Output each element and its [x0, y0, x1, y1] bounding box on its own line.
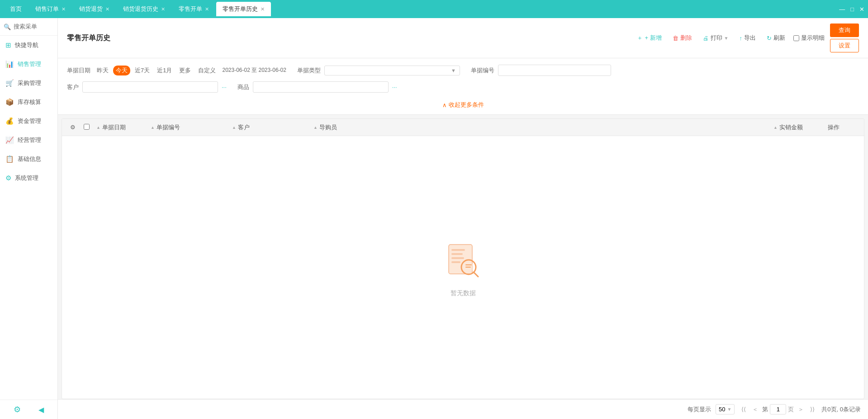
type-filter-select[interactable]: ▼ [324, 66, 460, 75]
tab-sales-return-history[interactable]: 销货退货历史 ✕ [117, 2, 171, 16]
window-close-btn[interactable]: ✕ [859, 6, 864, 13]
tab-retail-open[interactable]: 零售开单 ✕ [172, 2, 215, 16]
page-nav: ⟨⟨ ＜ 第 页 ＞ ⟩⟩ [739, 404, 817, 414]
sidebar-item-basic-info-label: 基础信息 [18, 155, 41, 163]
total-info: 共0页, 0条记录 [821, 405, 861, 414]
th-num[interactable]: ▲ 单据编号 [147, 123, 228, 132]
shortcut-last7[interactable]: 近7天 [132, 66, 152, 75]
display-detail-label: 显示明细 [801, 34, 825, 42]
tab-sales-return-close[interactable]: ✕ [105, 6, 109, 12]
filter-area: 单据日期 昨天 今天 近7天 近1月 更多 自定义 2023-06-02 至 2… [58, 58, 868, 115]
product-filter-input[interactable] [253, 81, 389, 93]
type-filter-group: 单据类型 ▼ [297, 66, 460, 75]
sidebar-item-inventory[interactable]: 📦 库存核算 [0, 93, 57, 112]
refresh-icon: ↻ [767, 35, 772, 42]
sidebar-item-operation-label: 经营管理 [18, 136, 41, 144]
table-select-all-checkbox[interactable] [80, 124, 93, 131]
next-page-btn[interactable]: ＞ [796, 405, 806, 414]
table-header: ⚙ ▲ 单据日期 ▲ 单据编号 ▲ 客户 ▲ 导购员 [62, 119, 864, 136]
select-all-input[interactable] [84, 124, 90, 130]
th-actions-label: 操作 [828, 123, 840, 132]
collapse-label: 收起更多条件 [449, 101, 484, 109]
sidebar-item-system[interactable]: ⚙ 系统管理 [0, 169, 57, 188]
shortcut-yesterday[interactable]: 昨天 [94, 66, 111, 75]
tab-home[interactable]: 首页 [4, 2, 28, 16]
delete-button[interactable]: 🗑 删除 [670, 32, 695, 44]
display-detail-input[interactable] [793, 35, 799, 41]
current-page-input[interactable] [770, 404, 786, 414]
type-select-arrow-icon: ▼ [451, 68, 456, 73]
sidebar-item-inventory-label: 库存核算 [18, 98, 41, 106]
tab-retail-open-close[interactable]: ✕ [205, 6, 209, 12]
system-icon: ⚙ [5, 174, 11, 182]
tab-retail-open-history-close[interactable]: ✕ [261, 6, 265, 12]
tab-sales-return-label: 销货退货 [79, 5, 103, 13]
svg-rect-1 [451, 249, 465, 251]
basic-info-icon: 📋 [5, 155, 14, 163]
tab-retail-open-history[interactable]: 零售开单历史 ✕ [216, 2, 271, 16]
add-label: + 新增 [645, 34, 661, 42]
date-shortcuts: 昨天 今天 近7天 近1月 更多 自定义 [94, 66, 218, 75]
customer-dots[interactable]: ··· [222, 84, 227, 90]
product-dots[interactable]: ··· [392, 84, 397, 90]
date-range-display: 2023-06-02 至 2023-06-02 [222, 66, 286, 74]
num-filter-input[interactable] [498, 65, 611, 76]
first-page-btn[interactable]: ⟨⟨ [739, 405, 748, 414]
th-date-label: 单据日期 [102, 123, 126, 132]
sidebar-item-sales-mgmt[interactable]: 📊 销售管理 [0, 55, 57, 74]
pagination-bar: 每页显示 50 ▼ ⟨⟨ ＜ 第 页 ＞ ⟩⟩ 共0页, 0条记录 [58, 399, 868, 419]
window-minimize-btn[interactable]: — [839, 6, 845, 13]
sort-num-icon: ▲ [151, 125, 155, 130]
main-layout: 🔍 搜索采单 ⊞ 快捷导航 📊 销售管理 🛒 采购管理 📦 库存核算 💰 资金管… [0, 18, 868, 419]
last-page-btn[interactable]: ⟩⟩ [808, 405, 817, 414]
query-button[interactable]: 查询 [830, 24, 859, 37]
collapse-more-btn[interactable]: ∧ 收起更多条件 [67, 98, 859, 112]
add-icon: ＋ [637, 34, 643, 42]
delete-icon: 🗑 [673, 35, 678, 42]
th-amount[interactable]: ▲ 实销金额 [770, 123, 824, 132]
tab-sales-return-history-close[interactable]: ✕ [161, 6, 165, 12]
add-button[interactable]: ＋ + 新增 [634, 32, 664, 44]
th-actions: 操作 [824, 123, 860, 132]
sort-amount-icon: ▲ [773, 125, 778, 130]
page-size-arrow-icon: ▼ [727, 407, 731, 412]
top-right-controls: — □ ✕ [839, 6, 864, 13]
page-size-select[interactable]: 50 ▼ [716, 404, 735, 414]
date-filter-group: 单据日期 昨天 今天 近7天 近1月 更多 自定义 2023-06-02 至 2… [67, 66, 286, 75]
sidebar-item-basic-info[interactable]: 📋 基础信息 [0, 150, 57, 169]
tab-sales-order[interactable]: 销售订单 ✕ [29, 2, 72, 16]
export-icon: ↑ [740, 35, 743, 42]
shortcut-last1m[interactable]: 近1月 [154, 66, 175, 75]
print-arrow-icon: ▼ [724, 36, 729, 41]
shortcut-more[interactable]: 更多 [176, 66, 194, 75]
th-guide[interactable]: ▲ 导购员 [310, 123, 364, 132]
sidebar-item-operation[interactable]: 📈 经营管理 [0, 131, 57, 150]
tab-sales-return[interactable]: 销货退货 ✕ [73, 2, 116, 16]
sidebar-settings-icon[interactable]: ⚙ [14, 405, 21, 414]
sidebar: 🔍 搜索采单 ⊞ 快捷导航 📊 销售管理 🛒 采购管理 📦 库存核算 💰 资金管… [0, 18, 58, 419]
prev-page-btn[interactable]: ＜ [750, 405, 760, 414]
display-detail-checkbox[interactable]: 显示明细 [793, 34, 825, 42]
export-button[interactable]: ↑ 导出 [737, 32, 759, 44]
shortcut-custom[interactable]: 自定义 [195, 66, 218, 75]
window-maximize-btn[interactable]: □ [850, 6, 854, 13]
th-guide-label: 导购员 [319, 123, 337, 132]
settings-button[interactable]: 设置 [830, 39, 859, 52]
sidebar-item-purchase-mgmt[interactable]: 🛒 采购管理 [0, 74, 57, 93]
sidebar-search[interactable]: 🔍 搜索采单 [0, 18, 57, 36]
table-settings-icon[interactable]: ⚙ [66, 124, 80, 131]
tab-home-label: 首页 [10, 5, 22, 13]
sidebar-item-finance[interactable]: 💰 资金管理 [0, 112, 57, 131]
sidebar-collapse-icon[interactable]: ◀ [38, 405, 44, 414]
th-customer[interactable]: ▲ 客户 [228, 123, 310, 132]
table-area: ⚙ ▲ 单据日期 ▲ 单据编号 ▲ 客户 ▲ 导购员 [62, 118, 864, 399]
refresh-button[interactable]: ↻ 刷新 [764, 32, 788, 44]
tab-sales-order-close[interactable]: ✕ [62, 6, 66, 12]
sort-customer-icon: ▲ [232, 125, 236, 130]
sidebar-item-quick-nav[interactable]: ⊞ 快捷导航 [0, 36, 57, 55]
empty-icon [441, 238, 486, 283]
print-button[interactable]: 🖨 打印 ▼ [700, 32, 731, 44]
th-date[interactable]: ▲ 单据日期 [93, 123, 147, 132]
customer-filter-input[interactable] [82, 81, 218, 93]
shortcut-today[interactable]: 今天 [113, 66, 130, 75]
